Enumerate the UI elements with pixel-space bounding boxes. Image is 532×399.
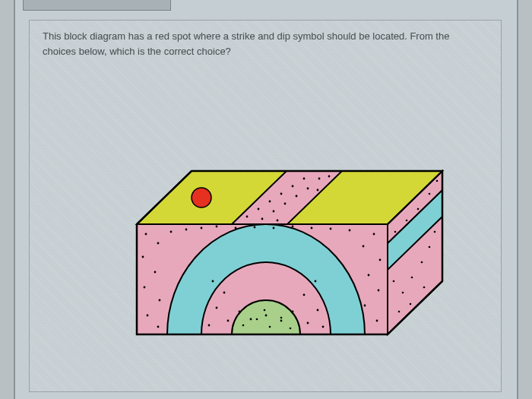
svg-point-104 bbox=[273, 211, 275, 213]
svg-point-34 bbox=[154, 271, 157, 274]
svg-point-103 bbox=[261, 218, 264, 220]
svg-point-83 bbox=[417, 208, 420, 211]
svg-point-42 bbox=[368, 274, 370, 277]
svg-point-57 bbox=[212, 280, 214, 283]
svg-point-88 bbox=[398, 311, 401, 313]
svg-point-92 bbox=[434, 231, 436, 233]
svg-point-99 bbox=[269, 201, 271, 203]
svg-point-67 bbox=[239, 311, 241, 313]
svg-point-107 bbox=[307, 188, 309, 190]
svg-point-58 bbox=[223, 292, 226, 294]
svg-point-105 bbox=[284, 203, 287, 205]
question-line-2: choices below, which is the correct choi… bbox=[43, 46, 231, 57]
svg-point-66 bbox=[322, 326, 325, 328]
svg-point-108 bbox=[318, 178, 321, 180]
front-face-clean bbox=[137, 224, 388, 334]
svg-point-81 bbox=[394, 231, 397, 233]
block-diagram bbox=[129, 84, 448, 372]
svg-point-46 bbox=[170, 231, 173, 233]
svg-point-84 bbox=[429, 193, 431, 195]
svg-point-39 bbox=[373, 233, 375, 236]
svg-point-47 bbox=[185, 229, 188, 231]
svg-point-89 bbox=[411, 277, 413, 279]
svg-point-43 bbox=[378, 290, 380, 292]
question-line-1: This block diagram has a red spot where … bbox=[43, 30, 449, 42]
svg-point-33 bbox=[142, 256, 144, 258]
svg-point-101 bbox=[292, 185, 294, 188]
svg-point-64 bbox=[317, 309, 319, 312]
svg-point-62 bbox=[315, 280, 317, 283]
svg-point-86 bbox=[393, 280, 395, 283]
svg-point-32 bbox=[157, 242, 160, 245]
svg-point-49 bbox=[216, 226, 218, 228]
red-spot-marker bbox=[192, 188, 211, 207]
svg-point-51 bbox=[254, 226, 256, 229]
question-text: This block diagram has a red spot where … bbox=[43, 29, 499, 59]
svg-point-44 bbox=[364, 305, 366, 307]
svg-point-36 bbox=[159, 299, 161, 302]
svg-point-54 bbox=[311, 227, 313, 230]
svg-point-50 bbox=[235, 227, 237, 230]
svg-point-91 bbox=[429, 246, 431, 249]
svg-point-87 bbox=[402, 292, 404, 294]
svg-point-69 bbox=[265, 315, 268, 317]
top-tab-bar bbox=[23, 0, 171, 11]
svg-point-109 bbox=[277, 220, 279, 222]
svg-point-71 bbox=[292, 311, 294, 313]
svg-point-59 bbox=[216, 307, 218, 309]
svg-point-31 bbox=[145, 233, 147, 236]
svg-point-45 bbox=[376, 320, 378, 322]
svg-point-61 bbox=[208, 325, 211, 327]
svg-point-98 bbox=[258, 208, 260, 211]
svg-point-90 bbox=[421, 261, 423, 264]
svg-point-74 bbox=[269, 326, 271, 328]
svg-point-68 bbox=[250, 318, 252, 321]
svg-point-85 bbox=[436, 180, 439, 182]
svg-point-100 bbox=[280, 193, 283, 195]
svg-point-102 bbox=[303, 178, 306, 180]
svg-point-111 bbox=[328, 176, 331, 178]
svg-point-41 bbox=[379, 259, 382, 261]
svg-point-97 bbox=[246, 216, 249, 218]
svg-point-72 bbox=[242, 325, 245, 327]
svg-point-82 bbox=[406, 220, 408, 222]
svg-point-38 bbox=[157, 326, 160, 328]
svg-point-93 bbox=[410, 303, 412, 306]
svg-point-76 bbox=[290, 328, 292, 330]
svg-point-70 bbox=[280, 320, 283, 322]
svg-point-40 bbox=[363, 245, 365, 248]
svg-point-110 bbox=[317, 189, 319, 192]
svg-point-56 bbox=[349, 230, 351, 232]
svg-point-60 bbox=[227, 320, 230, 322]
svg-point-94 bbox=[423, 287, 426, 289]
svg-point-55 bbox=[330, 228, 332, 230]
svg-point-35 bbox=[144, 287, 146, 289]
svg-point-63 bbox=[303, 294, 306, 296]
svg-point-53 bbox=[292, 226, 294, 228]
svg-point-37 bbox=[147, 315, 149, 317]
svg-point-52 bbox=[273, 227, 275, 230]
svg-point-73 bbox=[256, 318, 258, 321]
svg-point-75 bbox=[280, 317, 283, 319]
svg-point-48 bbox=[201, 227, 203, 230]
svg-point-77 bbox=[264, 309, 266, 312]
svg-point-65 bbox=[307, 322, 309, 325]
svg-point-106 bbox=[296, 195, 298, 198]
block-diagram-svg bbox=[129, 84, 448, 372]
